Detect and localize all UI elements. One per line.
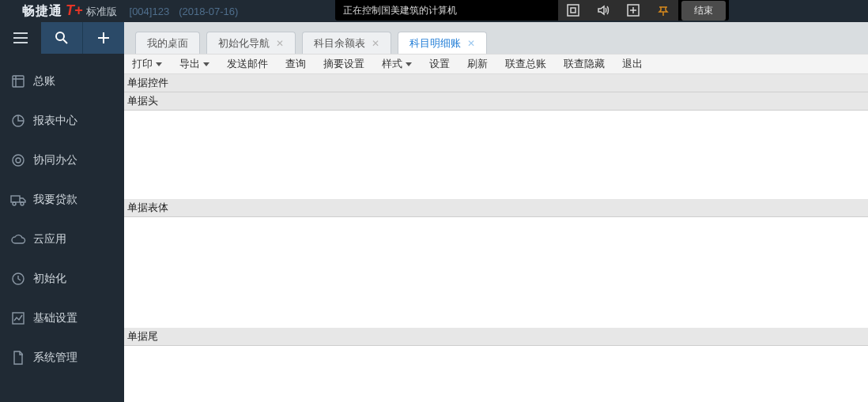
left-rail: 总账 报表中心 协同办公 我要贷款 云应用 — [0, 22, 124, 402]
tab-detail-ledger[interactable]: 科目明细账 ✕ — [398, 32, 487, 54]
tab-strip: 我的桌面 初始化导航 ✕ 科目余额表 ✕ 科目明细账 ✕ — [124, 22, 868, 54]
collapse-button[interactable] — [0, 22, 41, 54]
toolbar: 打印 导出 发送邮件 查询 摘要设置 样式 设置 刷新 联查总账 联查隐藏 退出 — [124, 54, 868, 74]
ledger-icon — [8, 74, 28, 88]
speaker-icon[interactable] — [588, 4, 618, 17]
tb-label: 联查隐藏 — [564, 57, 605, 71]
tb-settings[interactable]: 设置 — [429, 57, 450, 71]
tb-label: 设置 — [429, 57, 450, 71]
remote-message: 正在控制国美建筑的计算机 — [335, 4, 558, 17]
brand-edition: 标准版 — [86, 5, 117, 19]
section-doc-header: 单据头 — [124, 92, 868, 111]
pin-icon[interactable] — [648, 4, 678, 17]
truck-icon — [8, 193, 28, 206]
tb-label: 退出 — [622, 57, 643, 71]
sidebar-item-cloud-app[interactable]: 云应用 — [0, 220, 124, 259]
add-button[interactable] — [82, 22, 124, 54]
rail-menu: 总账 报表中心 协同办公 我要贷款 云应用 — [0, 54, 124, 378]
svg-point-10 — [21, 202, 24, 205]
svg-point-6 — [13, 155, 24, 166]
sidebar-item-system-admin[interactable]: 系统管理 — [0, 338, 124, 378]
svg-rect-8 — [11, 196, 20, 202]
section-doc-controls: 单据控件 — [124, 74, 868, 92]
section-body — [124, 111, 868, 199]
tab-my-desktop[interactable]: 我的桌面 — [135, 32, 200, 54]
sidebar-item-label: 报表中心 — [33, 114, 77, 128]
tb-link-ledger[interactable]: 联查总账 — [505, 57, 546, 71]
target-icon — [8, 153, 28, 167]
sidebar-item-general-ledger[interactable]: 总账 — [0, 62, 124, 101]
app-menu-icon[interactable] — [0, 6, 22, 17]
remote-control-bar: 正在控制国美建筑的计算机 结束 — [335, 0, 729, 21]
svg-rect-12 — [13, 313, 24, 324]
tb-exit[interactable]: 退出 — [622, 57, 643, 71]
new-window-icon[interactable] — [618, 4, 648, 17]
caret-icon — [156, 62, 162, 66]
brand-date: (2018-07-16) — [179, 6, 238, 17]
doc-icon — [8, 351, 28, 365]
fullscreen-icon[interactable] — [558, 4, 588, 17]
svg-rect-0 — [568, 5, 579, 16]
app-bar: 畅捷通 T+ 标准版 [004]123 (2018-07-16) 正在控制国美建… — [0, 0, 868, 22]
close-icon[interactable]: ✕ — [467, 38, 475, 49]
svg-rect-1 — [571, 8, 576, 13]
brand-org: [004]123 — [130, 6, 170, 17]
tab-label: 科目明细账 — [409, 36, 461, 51]
sidebar-item-label: 初始化 — [33, 272, 66, 286]
close-icon[interactable]: ✕ — [276, 38, 284, 49]
close-icon[interactable]: ✕ — [372, 38, 379, 49]
tb-label: 摘要设置 — [323, 57, 364, 71]
brand-name: 畅捷通 — [22, 3, 62, 20]
tab-init-guide[interactable]: 初始化导航 ✕ — [206, 32, 296, 54]
section-doc-footer: 单据尾 — [124, 328, 868, 346]
sidebar-item-initialize[interactable]: 初始化 — [0, 259, 124, 299]
svg-point-7 — [16, 158, 21, 163]
tb-label: 打印 — [132, 57, 153, 71]
tb-label: 查询 — [285, 57, 306, 71]
tab-balance-sheet[interactable]: 科目余额表 ✕ — [302, 32, 391, 54]
trend-icon — [8, 311, 28, 325]
caret-icon — [203, 62, 209, 66]
tb-print[interactable]: 打印 — [132, 57, 162, 71]
svg-point-9 — [13, 202, 16, 205]
svg-rect-4 — [13, 76, 24, 87]
sidebar-item-label: 协同办公 — [33, 153, 77, 167]
rail-top — [0, 22, 124, 54]
chart-icon — [8, 114, 28, 128]
sidebar-item-label: 基础设置 — [33, 311, 77, 325]
tb-refresh[interactable]: 刷新 — [467, 57, 488, 71]
section-body — [124, 346, 868, 389]
cloud-icon — [8, 234, 28, 245]
tb-export[interactable]: 导出 — [179, 57, 209, 71]
tab-label: 科目余额表 — [314, 36, 365, 51]
tb-query[interactable]: 查询 — [285, 57, 306, 71]
remote-end-button[interactable]: 结束 — [681, 1, 726, 21]
tb-style[interactable]: 样式 — [382, 57, 412, 71]
content: 单据控件 单据头 单据表体 单据尾 — [124, 74, 868, 402]
tab-label: 初始化导航 — [218, 36, 270, 51]
clock-icon — [8, 272, 28, 286]
section-body — [124, 217, 868, 328]
sidebar-item-label: 系统管理 — [33, 351, 77, 365]
sidebar-item-label: 云应用 — [33, 232, 66, 246]
svg-point-3 — [56, 32, 64, 40]
tb-summary[interactable]: 摘要设置 — [323, 57, 364, 71]
main-area: 我的桌面 初始化导航 ✕ 科目余额表 ✕ 科目明细账 ✕ 打印 导出 发送邮件 … — [124, 22, 868, 402]
sidebar-item-report-center[interactable]: 报表中心 — [0, 101, 124, 141]
tb-label: 导出 — [179, 57, 200, 71]
tab-label: 我的桌面 — [147, 36, 188, 51]
sidebar-item-label: 我要贷款 — [33, 193, 77, 207]
brand: 畅捷通 T+ 标准版 [004]123 (2018-07-16) — [22, 2, 238, 20]
tb-link-hide[interactable]: 联查隐藏 — [564, 57, 605, 71]
search-button[interactable] — [41, 22, 82, 54]
tb-label: 联查总账 — [505, 57, 546, 71]
brand-logo: T+ — [66, 2, 83, 19]
remote-icons — [558, 0, 678, 21]
section-doc-body: 单据表体 — [124, 199, 868, 217]
sidebar-item-collaboration[interactable]: 协同办公 — [0, 141, 124, 180]
tb-sendmail[interactable]: 发送邮件 — [227, 57, 268, 71]
sidebar-item-basic-settings[interactable]: 基础设置 — [0, 299, 124, 338]
tb-label: 样式 — [382, 57, 402, 71]
sidebar-item-loan[interactable]: 我要贷款 — [0, 180, 124, 220]
caret-icon — [406, 62, 412, 66]
